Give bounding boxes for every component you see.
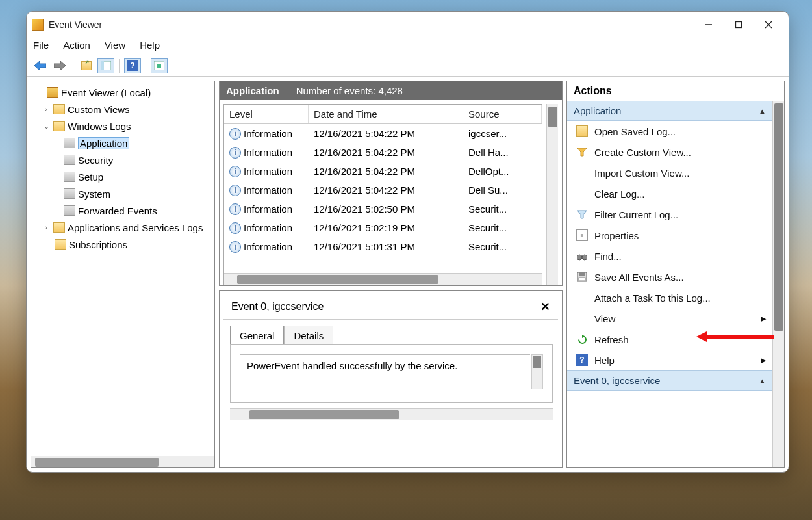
detail-close-button[interactable]: ✕ [540, 300, 550, 314]
close-button[interactable] [754, 14, 783, 35]
tree-security[interactable]: Security [32, 151, 213, 168]
actions-section-application[interactable]: Application ▲ [567, 101, 772, 121]
tree-custom-views-label: Custom Views [68, 104, 130, 115]
events-header: Application Number of events: 4,428 [220, 81, 562, 100]
tree-application-label: Application [78, 137, 129, 150]
actions-header: Actions [567, 81, 784, 101]
detail-title: Event 0, igccservice [231, 301, 324, 313]
svg-point-13 [582, 255, 587, 260]
menu-file[interactable]: File [33, 40, 49, 51]
properties-icon: ≡ [576, 229, 588, 241]
action-find[interactable]: Find... [567, 246, 772, 266]
actions-section-event[interactable]: Event 0, igccservice ▲ [567, 370, 772, 391]
detail-pane: Event 0, igccservice ✕ General Details P… [219, 290, 563, 468]
help-button[interactable]: ? [124, 58, 141, 73]
tree-subscriptions[interactable]: Subscriptions [32, 236, 213, 253]
info-icon: i [229, 222, 241, 234]
event-row[interactable]: iInformation12/16/2021 5:04:22 PMDell Su… [224, 181, 542, 200]
folder-up-icon: ↗ [81, 61, 92, 70]
tree-forwarded[interactable]: Forwarded Events [32, 202, 213, 219]
tree-setup[interactable]: Setup [32, 168, 213, 185]
svg-rect-7 [101, 61, 104, 70]
nav-tree[interactable]: Event Viewer (Local) › Custom Views ⌄ Wi… [31, 81, 214, 456]
spacer-icon [576, 167, 588, 179]
detail-message: PowerEvent handled successfully by the s… [240, 354, 530, 389]
action-clear-log[interactable]: Clear Log... [567, 183, 772, 204]
event-row[interactable]: iInformation12/16/2021 5:04:22 PMDell Ha… [224, 143, 542, 162]
actions-vscrollbar[interactable] [772, 101, 784, 467]
folder-open-icon [576, 125, 588, 137]
tree-root-label: Event Viewer (Local) [61, 87, 151, 98]
events-grid[interactable]: Level Date and Time Source iInformation1… [223, 104, 542, 285]
up-folder-button[interactable]: ↗ [78, 58, 95, 73]
help-icon: ? [127, 60, 138, 71]
tab-general[interactable]: General [230, 326, 284, 345]
window-title: Event Viewer [49, 20, 102, 30]
event-row[interactable]: iInformation12/16/2021 5:04:22 PMDellOpt… [224, 162, 542, 181]
maximize-icon [735, 21, 742, 29]
event-viewer-window: Event Viewer File Action View Help ↗ ? [26, 11, 789, 473]
action-attach-task[interactable]: Attach a Task To this Log... [567, 287, 772, 308]
back-button[interactable] [32, 58, 49, 73]
tree-windows-logs-label: Windows Logs [68, 121, 131, 132]
spacer-icon [576, 313, 588, 324]
col-source[interactable]: Source [463, 105, 542, 124]
info-icon: i [229, 166, 241, 177]
col-level[interactable]: Level [224, 105, 309, 124]
chevron-right-icon: ▶ [761, 356, 766, 365]
event-row[interactable]: iInformation12/16/2021 5:02:19 PMSecurit… [224, 218, 542, 237]
action-refresh[interactable]: Refresh [567, 329, 772, 350]
menu-view[interactable]: View [105, 40, 125, 51]
svg-rect-9 [157, 64, 161, 68]
tree-apps-services[interactable]: › Applications and Services Logs [32, 219, 213, 236]
action-save-all-events[interactable]: Save All Events As... [567, 266, 772, 287]
menu-action[interactable]: Action [63, 40, 90, 51]
refresh-icon [576, 333, 588, 345]
col-datetime[interactable]: Date and Time [309, 105, 463, 124]
show-tree-button[interactable] [97, 58, 114, 73]
event-row[interactable]: iInformation12/16/2021 5:02:50 PMSecurit… [224, 200, 542, 218]
action-import-custom-view[interactable]: Import Custom View... [567, 162, 772, 183]
tree-windows-logs[interactable]: ⌄ Windows Logs [32, 118, 213, 135]
forward-button[interactable] [51, 58, 68, 73]
action-create-custom-view[interactable]: Create Custom View... [567, 142, 772, 162]
detail-tabs: General Details [230, 325, 553, 344]
svg-rect-16 [579, 278, 585, 281]
tree-apps-services-label: Applications and Services Logs [68, 222, 203, 233]
tree-application[interactable]: Application [32, 135, 213, 151]
preview-pane-button[interactable] [151, 58, 168, 73]
tree-subscriptions-label: Subscriptions [69, 239, 127, 250]
panel-preview-icon [154, 61, 164, 70]
event-row[interactable]: iInformation12/16/2021 5:01:31 PMSecurit… [224, 237, 542, 256]
minimize-button[interactable] [694, 14, 724, 35]
tree-custom-views[interactable]: › Custom Views [32, 101, 213, 118]
tree-forwarded-label: Forwarded Events [78, 205, 157, 216]
detail-hscrollbar[interactable] [230, 408, 553, 420]
toolbar: ↗ ? [27, 55, 789, 77]
menubar: File Action View Help [27, 38, 789, 55]
grid-header: Level Date and Time Source [224, 105, 542, 124]
grid-vscrollbar[interactable] [546, 104, 558, 285]
funnel-icon [576, 209, 588, 220]
action-filter-log[interactable]: Filter Current Log... [567, 204, 772, 225]
maximize-button[interactable] [724, 14, 754, 35]
action-help-submenu[interactable]: ? Help ▶ [567, 350, 772, 370]
tree-hscrollbar[interactable] [31, 456, 214, 467]
action-open-saved-log[interactable]: Open Saved Log... [567, 121, 772, 142]
grid-hscrollbar[interactable] [224, 273, 542, 285]
help-icon: ? [576, 354, 588, 366]
collapse-icon: ▲ [759, 377, 766, 385]
tree-system-label: System [78, 188, 110, 200]
action-properties[interactable]: ≡ Properties [567, 225, 772, 246]
menu-help[interactable]: Help [140, 40, 160, 51]
tree-system[interactable]: System [32, 185, 213, 202]
tab-details[interactable]: Details [284, 326, 333, 345]
event-row[interactable]: iInformation12/16/2021 5:04:22 PMigccser… [224, 124, 542, 143]
action-view-submenu[interactable]: View ▶ [567, 308, 772, 329]
detail-vscrollbar[interactable] [531, 354, 543, 389]
info-icon: i [229, 203, 241, 215]
svg-marker-5 [54, 61, 66, 70]
info-icon: i [229, 128, 241, 140]
tree-root[interactable]: Event Viewer (Local) [32, 84, 213, 101]
info-icon: i [229, 241, 241, 253]
